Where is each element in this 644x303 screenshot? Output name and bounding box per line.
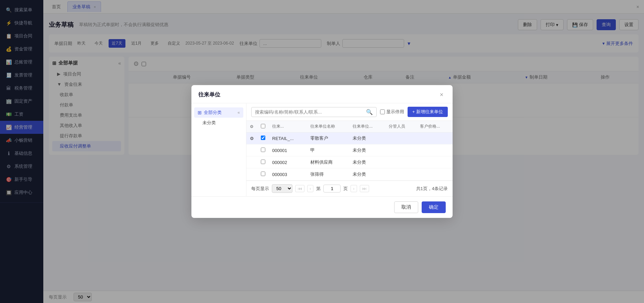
page-suffix: 页 — [343, 186, 348, 192]
modal-toolbar: 🔍 显示停用 + 新增往来单位 — [246, 103, 453, 121]
row-settings — [246, 156, 257, 168]
row-category: 未分类 — [349, 144, 385, 156]
table-row[interactable]: ⚙ RETAIL_... 零散客户 未分类 — [246, 132, 453, 144]
row-name: 零散客户 — [307, 132, 349, 144]
row-price-tier — [417, 132, 453, 144]
row-code: RETAIL_... — [269, 132, 307, 144]
row-category: 未分类 — [349, 156, 385, 168]
next-page-btn[interactable]: › — [351, 185, 357, 192]
first-page-btn[interactable]: ⏮ — [295, 185, 304, 192]
modal-col-salesperson: 分管人员 — [385, 121, 417, 132]
tree-collapse-icon[interactable]: « — [237, 110, 240, 115]
row-price-tier — [417, 156, 453, 168]
modal-body: ⊞ 全部分类 « 未分类 🔍 显示停用 — [191, 103, 453, 196]
row-salesperson — [385, 156, 417, 168]
row-checkbox — [257, 132, 269, 144]
modal-pagination: 每页显示 50 10 20 100 ⏮ ‹ 第 页 › ⏭ — [246, 180, 453, 196]
modal-search-input[interactable] — [255, 109, 364, 115]
pagination-left: 每页显示 50 10 20 100 ⏮ ‹ 第 页 › ⏭ — [251, 184, 369, 193]
total-records-label: 共1页，4条记录 — [416, 186, 448, 192]
table-row[interactable]: 000003 张筛得 未分类 — [246, 168, 453, 180]
last-page-btn[interactable]: ⏭ — [360, 185, 369, 192]
partner-modal: 往来单位 × ⊞ 全部分类 « 未分类 — [191, 85, 453, 218]
row-settings: ⚙ — [246, 132, 257, 144]
show-disabled-label[interactable]: 显示停用 — [380, 109, 404, 115]
row-category: 未分类 — [349, 168, 385, 180]
show-disabled-checkbox[interactable] — [380, 109, 385, 114]
row-name: 材料供应商 — [307, 156, 349, 168]
confirm-button[interactable]: 确定 — [422, 201, 446, 213]
row-code: 000003 — [269, 168, 307, 180]
grid-icon: ⊞ — [198, 110, 202, 115]
cancel-button[interactable]: 取消 — [394, 201, 418, 213]
modal-header: 往来单位 × — [191, 85, 453, 103]
modal-per-page-select[interactable]: 50 10 20 100 — [272, 184, 292, 193]
page-label: 第 — [316, 186, 321, 192]
row-price-tier — [417, 168, 453, 180]
modal-table-body: ⚙ RETAIL_... 零散客户 未分类 — [246, 132, 453, 180]
tree-item-uncategorized[interactable]: 未分类 — [194, 118, 243, 128]
modal-col-checkbox — [257, 121, 269, 132]
modal-overlay[interactable]: 往来单位 × ⊞ 全部分类 « 未分类 — [0, 0, 644, 303]
table-row[interactable]: 000001 甲 未分类 — [246, 144, 453, 156]
modal-col-name: 往来单位名称 — [307, 121, 349, 132]
modal-search-box: 🔍 — [251, 107, 377, 117]
row-code: 000001 — [269, 144, 307, 156]
modal-footer: 取消 确定 — [191, 196, 453, 218]
add-partner-button[interactable]: + 新增往来单位 — [408, 107, 448, 117]
row-code: 000002 — [269, 156, 307, 168]
row-settings — [246, 168, 257, 180]
row-select-checkbox[interactable] — [261, 172, 265, 176]
modal-table-wrap: ⚙ 往来... 往来单位名称 往来单位... 分管人员 客户价格... — [246, 121, 453, 180]
modal-col-settings: ⚙ — [246, 121, 257, 132]
row-price-tier — [417, 144, 453, 156]
row-checkbox — [257, 168, 269, 180]
tree-item-label: 未分类 — [202, 120, 216, 126]
modal-title: 往来单位 — [198, 91, 220, 98]
per-page-label: 每页显示 — [251, 186, 269, 192]
modal-tree-panel: ⊞ 全部分类 « 未分类 — [191, 103, 246, 196]
modal-col-category: 往来单位... — [349, 121, 385, 132]
modal-close-button[interactable]: × — [437, 91, 446, 99]
search-icon: 🔍 — [366, 109, 373, 115]
row-category: 未分类 — [349, 132, 385, 144]
modal-select-all[interactable] — [261, 124, 265, 128]
row-select-checkbox[interactable] — [261, 160, 265, 164]
row-select-checkbox[interactable] — [261, 148, 265, 152]
row-name: 张筛得 — [307, 168, 349, 180]
tree-item-all[interactable]: ⊞ 全部分类 « — [194, 107, 243, 118]
page-number-input[interactable] — [323, 185, 341, 193]
row-name: 甲 — [307, 144, 349, 156]
modal-table: ⚙ 往来... 往来单位名称 往来单位... 分管人员 客户价格... — [246, 121, 453, 180]
modal-table-header: ⚙ 往来... 往来单位名称 往来单位... 分管人员 客户价格... — [246, 121, 453, 132]
row-salesperson — [385, 168, 417, 180]
row-settings — [246, 144, 257, 156]
row-salesperson — [385, 132, 417, 144]
tree-item-label: 全部分类 — [204, 109, 222, 116]
row-checkbox — [257, 144, 269, 156]
row-checkbox — [257, 156, 269, 168]
modal-col-price-tier: 客户价格... — [417, 121, 453, 132]
modal-content-area: 🔍 显示停用 + 新增往来单位 ⚙ — [246, 103, 453, 196]
row-salesperson — [385, 144, 417, 156]
prev-page-btn[interactable]: ‹ — [307, 185, 313, 192]
modal-col-code: 往来... — [269, 121, 307, 132]
row-select-checkbox[interactable] — [261, 136, 265, 140]
table-row[interactable]: 000002 材料供应商 未分类 — [246, 156, 453, 168]
